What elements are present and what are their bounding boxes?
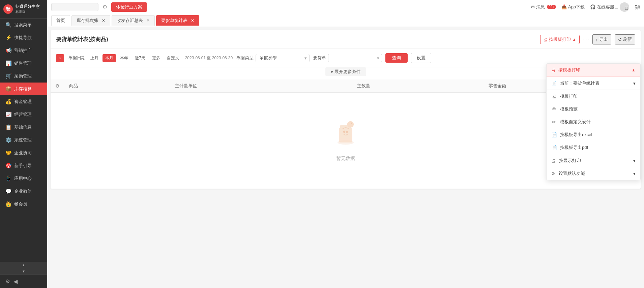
dropdown-item-display-print[interactable]: 🖨 按显示打印 ▾	[547, 154, 640, 167]
svg-point-3	[343, 131, 345, 133]
sidebar-item-appstore[interactable]: 📱 应用中心	[0, 172, 47, 185]
tab-inventory-batch[interactable]: 库存批次账 ✕	[71, 15, 110, 26]
template-print-dropdown: 🖨 按模板打印 ▲ 📄 当前：要货单统计表 ▾ 🖨 模板打印	[546, 63, 641, 180]
system-icon: ⚙️	[5, 137, 11, 143]
item-preview-icon: 👁	[551, 106, 557, 112]
sidebar-item-marketing[interactable]: 📢 营销推广	[0, 44, 47, 57]
gear-icon[interactable]: ⚙	[103, 4, 107, 10]
sidebar-item-finance[interactable]: 💰 资金管理	[0, 95, 47, 108]
th-settings[interactable]: ⚙	[51, 79, 64, 93]
date-option-this-month[interactable]: 本月	[103, 54, 116, 62]
minimize-button[interactable]: ─	[612, 3, 621, 13]
appstore-icon: 📱	[5, 175, 11, 182]
basic-icon: 📋	[5, 124, 11, 130]
type-select[interactable]: 单据类型	[256, 54, 310, 62]
topbar-search-input[interactable]	[51, 3, 98, 11]
app-logo: 畅 畅赚通好生意 标准版	[0, 0, 47, 19]
sidebar-item-member[interactable]: 👑 畅会员	[0, 198, 47, 211]
logo-icon: 畅	[3, 4, 13, 14]
sidebar-nav: ⚡ 快捷导航 📢 营销推广 📊 销售管理 🛒 采购管理 📦 库存核算 💰 资金管…	[0, 31, 47, 262]
sidebar-item-inventory[interactable]: 📦 库存核算	[0, 83, 47, 95]
dropdown-item-template-preview[interactable]: 👁 模板预览	[547, 103, 640, 116]
trial-button[interactable]: 体验行业方案	[111, 2, 147, 12]
window-controls: ─ □ ✕	[609, 0, 644, 16]
more-options-icon[interactable]: ⋯	[583, 36, 589, 43]
date-option-last-month[interactable]: 上月	[88, 54, 101, 62]
expand-more-button[interactable]: ▾ 展开更多条件	[325, 67, 366, 76]
table-settings-icon[interactable]: ⚙	[55, 83, 60, 89]
sidebar-search-btn[interactable]: 🔍 搜索菜单	[0, 19, 47, 31]
filter-fields: 单据日期 上月 本月 本年 近7天 更多 自定义 2023-06-01 至 20…	[68, 53, 635, 63]
svg-point-6	[351, 123, 352, 124]
default-settings-arrow: ▾	[633, 171, 636, 176]
sidebar-item-shortcut[interactable]: ⚡ 快捷导航	[0, 31, 47, 44]
th-goods: 商品	[64, 79, 170, 93]
date-range-display: 2023-06-01 至 2023-06-30	[185, 55, 233, 61]
collapse-icon[interactable]: ◀	[13, 278, 18, 285]
dropdown-item-default-settings[interactable]: ⚙ 设置默认功能 ▾	[547, 167, 640, 180]
dropdown-current-template[interactable]: 📄 当前：要货单统计表 ▾	[547, 77, 640, 90]
inventory-icon: 📦	[5, 86, 11, 92]
th-quantity: 主数量	[352, 79, 484, 93]
tab-home[interactable]: 首页	[51, 15, 70, 26]
item-custom-icon: ✏	[551, 119, 557, 125]
sidebar-item-operation[interactable]: 📈 经营管理	[0, 108, 47, 121]
dropdown-printer-icon: 🖨	[551, 68, 556, 73]
filter-expand-button[interactable]: »	[56, 54, 64, 62]
tab-close-inventory-batch[interactable]: ✕	[102, 18, 105, 23]
goods-filter-group: 要货单	[313, 54, 382, 62]
sidebar-item-purchase[interactable]: 🛒 采购管理	[0, 70, 47, 83]
tab-close-order-stats[interactable]: ✕	[191, 18, 194, 23]
date-label: 单据日期	[68, 55, 86, 61]
date-option-custom[interactable]: 自定义	[164, 54, 182, 62]
tabbar: 首页 库存批次账 ✕ 收发存汇总表 ✕ 要货单统计表 ✕	[47, 14, 644, 27]
close-button[interactable]: ✕	[632, 3, 641, 13]
printer-icon: 🖨	[543, 37, 548, 42]
tab-order-stats[interactable]: 要货单统计表 ✕	[156, 15, 199, 26]
refresh-icon: ↺	[618, 37, 622, 42]
goods-select[interactable]	[328, 54, 382, 62]
tab-collection-report[interactable]: 收发存汇总表 ✕	[112, 15, 155, 26]
search-icon: 🔍	[5, 22, 11, 28]
dropdown-item-template-custom[interactable]: ✏ 模板自定义设计	[547, 116, 640, 128]
date-option-this-year[interactable]: 本年	[117, 54, 131, 62]
goods-label: 要货单	[313, 55, 326, 61]
app-download-action[interactable]: 📥 App下载	[561, 4, 585, 10]
page-title: 要货单统计表(按商品)	[56, 36, 108, 43]
settings-button[interactable]: 设置	[411, 53, 431, 63]
sidebar-item-sales[interactable]: 📊 销售管理	[0, 57, 47, 70]
collab-icon: 🤝	[5, 150, 11, 156]
template-print-button[interactable]: 🖨 按模板打印 ▲	[540, 35, 580, 44]
goods-input-wrap	[328, 54, 382, 62]
dropdown-item-export-excel[interactable]: 📄 按模板导出excel	[547, 128, 640, 141]
maximize-button[interactable]: □	[622, 3, 631, 13]
export-icon: ↑	[596, 37, 598, 42]
sidebar-item-newbie[interactable]: 🎯 新手引导	[0, 159, 47, 172]
refresh-button[interactable]: ↺ 刷新	[615, 34, 635, 44]
sidebar-item-wechat[interactable]: 💬 企业微信	[0, 185, 47, 198]
page-actions: 🖨 按模板打印 ▲ ⋯ ↑ 导出 ↺ 刷新	[540, 34, 635, 44]
svg-point-4	[346, 131, 348, 133]
sidebar-item-system[interactable]: ⚙️ 系统管理	[0, 134, 47, 147]
dropdown-item-export-pdf[interactable]: 📄 按模板导出pdf	[547, 141, 640, 154]
sidebar-scroll-up[interactable]: ▲	[0, 262, 47, 268]
member-icon: 👑	[5, 201, 11, 207]
message-action[interactable]: ✉ 消息 99+	[531, 4, 556, 10]
sidebar-scroll-down[interactable]: ▼	[0, 268, 47, 275]
dropdown-item-template-print[interactable]: 🖨 模板打印	[547, 90, 640, 103]
sales-icon: 📊	[5, 60, 11, 66]
date-option-more[interactable]: 更多	[149, 54, 163, 62]
type-filter-group: 单据类型 单据类型	[236, 54, 310, 62]
sidebar-item-basic[interactable]: 📋 基础信息	[0, 121, 47, 134]
settings-footer-icon[interactable]: ⚙	[5, 278, 10, 285]
tab-close-collection-report[interactable]: ✕	[146, 18, 150, 23]
date-option-7days[interactable]: 近7天	[132, 54, 148, 62]
current-template-arrow: ▾	[633, 81, 636, 86]
sidebar-item-collab[interactable]: 🤝 企业协同	[0, 147, 47, 159]
date-filter-group: 单据日期 上月 本月 本年 近7天 更多 自定义	[68, 54, 182, 62]
item-printer-icon: 🖨	[551, 94, 557, 99]
type-input-wrap: 单据类型	[256, 54, 310, 62]
export-button[interactable]: ↑ 导出	[592, 34, 612, 44]
query-button[interactable]: 查询	[385, 53, 408, 63]
dropdown-header[interactable]: 🖨 按模板打印 ▲	[547, 64, 640, 77]
